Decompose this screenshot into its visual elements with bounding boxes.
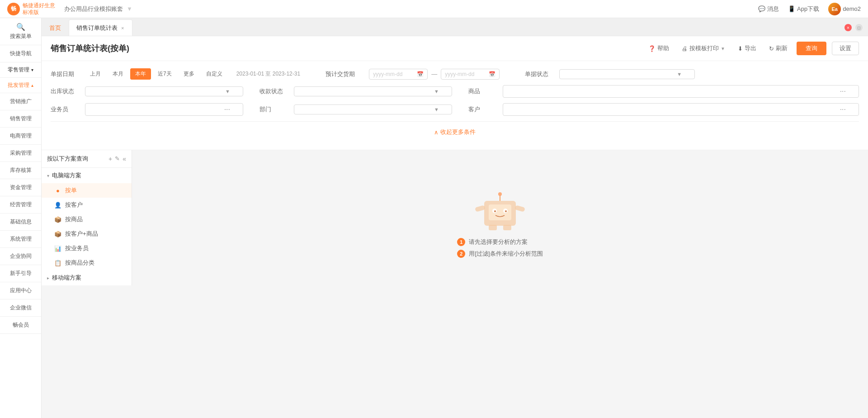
scheme-sidebar: 按以下方案查询 + ✎ « ▾ 电脑端方案 xyxy=(42,150,132,285)
delivery-status-select[interactable]: ▼ xyxy=(85,86,243,96)
empty-robot-svg xyxy=(473,178,527,233)
message-action[interactable]: 💬 消息 xyxy=(758,5,779,13)
print-dropdown-icon: ▼ xyxy=(721,46,725,51)
edit-scheme-icon[interactable]: ✎ xyxy=(115,155,120,162)
help-button[interactable]: ❓ 帮助 xyxy=(645,43,673,54)
tab-sales-order[interactable]: 销售订单统计表 × xyxy=(69,19,132,36)
print-icon: 🖨 xyxy=(682,45,688,52)
combined-panel: 销售订单统计表(按单) ❓ 帮助 🖨 按模板打印 ▼ ⬇ xyxy=(42,36,868,285)
avatar: Ea xyxy=(828,3,841,15)
by-cust-goods-icon: 📦 xyxy=(54,230,61,238)
salesperson-select[interactable]: ··· xyxy=(85,103,243,116)
goods-select[interactable]: ··· xyxy=(503,85,859,98)
page-content: 销售订单统计表(按单) ❓ 帮助 🖨 按模板打印 ▼ ⬇ xyxy=(42,36,868,418)
sidebar-item-search[interactable]: 🔍 搜索菜单 xyxy=(0,18,41,45)
tab-close-icon[interactable]: × xyxy=(120,24,125,32)
dept-arrow-icon: ▼ xyxy=(434,107,439,112)
order-status-label: 单据状态 xyxy=(525,70,552,78)
data-area: 1 请先选择要分析的方案 2 用[过滤]条件来缩小分析范围 xyxy=(132,150,868,285)
by-category-icon: 📋 xyxy=(54,259,61,266)
scheme-item-by-order[interactable]: ● 按单 xyxy=(42,183,132,198)
collapse-button[interactable]: ∧ 收起更多条件 xyxy=(51,124,859,140)
sidebar-item-weixin[interactable]: 企业微信 xyxy=(0,299,41,317)
scheme-item-by-goods[interactable]: 📦 按商品 xyxy=(42,212,132,227)
delivery-date-start-input[interactable]: yyyy-mm-dd 📅 xyxy=(369,69,428,80)
collapse-scheme-icon[interactable]: « xyxy=(123,155,126,162)
window-max-button[interactable]: □ xyxy=(855,24,863,31)
scheme-item-by-customer[interactable]: 👤 按客户 xyxy=(42,198,132,212)
delivery-date-end-input[interactable]: yyyy-mm-dd 📅 xyxy=(441,69,500,80)
filter-row-2: 出库状态 ▼ 收款状态 ▼ 商品 ··· xyxy=(51,85,859,98)
date-tab-7days[interactable]: 近7天 xyxy=(153,68,177,80)
export-button[interactable]: ⬇ 导出 xyxy=(734,43,760,54)
logo-icon: 畅 xyxy=(7,3,20,15)
search-icon: 🔍 xyxy=(16,23,25,31)
sidebar-item-appcenter[interactable]: 应用中心 xyxy=(0,282,41,299)
sidebar-item-purchase[interactable]: 采购管理 xyxy=(0,145,41,162)
order-status-arrow-icon: ▼ xyxy=(677,71,682,77)
order-status-select[interactable]: ▼ xyxy=(559,69,695,79)
page-actions: ❓ 帮助 🖨 按模板打印 ▼ ⬇ 导出 ↻ xyxy=(645,42,859,55)
date-tab-this-month[interactable]: 本月 xyxy=(108,68,128,80)
tab-bar: 首页 销售订单统计表 × × □ xyxy=(42,18,868,36)
date-tab-last-month[interactable]: 上月 xyxy=(85,68,106,80)
by-goods-icon: 📦 xyxy=(54,216,61,223)
by-customer-icon: 👤 xyxy=(54,201,61,209)
svg-point-7 xyxy=(498,192,502,196)
scheme-item-by-category[interactable]: 📋 按商品分类 xyxy=(42,256,132,270)
filter-row-3: 业务员 ··· 部门 ▼ 客户 ··· xyxy=(51,103,859,116)
scheme-group-desktop-header[interactable]: ▾ 电脑端方案 xyxy=(42,168,132,183)
chevron-right-mobile-icon: ▸ xyxy=(47,276,49,280)
query-button[interactable]: 查询 xyxy=(797,42,826,55)
breadcrumb-title: 办公用品行业模拟账套 xyxy=(64,5,123,13)
department-select[interactable]: ▼ xyxy=(294,104,452,114)
window-close-button[interactable]: × xyxy=(844,24,852,31)
scheme-item-by-customer-goods[interactable]: 📦 按客户+商品 xyxy=(42,227,132,241)
date-tab-more[interactable]: 更多 xyxy=(179,68,199,80)
logo-tagline: 标准版 xyxy=(23,9,55,15)
sidebar-item-enterprise[interactable]: 企业协同 xyxy=(0,248,41,265)
user-action[interactable]: Ea demo2 xyxy=(828,3,861,15)
customer-dots[interactable]: ··· xyxy=(840,105,846,114)
sidebar-item-marketing[interactable]: 营销推广 xyxy=(0,93,41,110)
department-label: 部门 xyxy=(259,105,287,114)
sidebar-item-newbie[interactable]: 新手引导 xyxy=(0,265,41,282)
sidebar-item-finance[interactable]: 资金管理 xyxy=(0,179,41,196)
empty-hints: 1 请先选择要分析的方案 2 用[过滤]条件来缩小分析范围 xyxy=(457,238,542,258)
tab-home[interactable]: 首页 xyxy=(42,19,69,36)
page-title: 销售订单统计表(按单) xyxy=(51,43,129,54)
sidebar-item-member[interactable]: 畅会员 xyxy=(0,317,41,334)
chevron-down-icon: ▴ xyxy=(31,83,33,88)
sidebar-item-wholesale[interactable]: 批发管理 ▴ xyxy=(0,78,41,93)
sidebar-item-inventory[interactable]: 库存核算 xyxy=(0,162,41,179)
settings-button[interactable]: 设置 xyxy=(832,42,859,55)
download-action[interactable]: 📱 App下载 xyxy=(788,5,819,13)
customer-select[interactable]: ··· xyxy=(503,103,859,116)
delivery-status-arrow-icon: ▼ xyxy=(225,89,230,94)
add-scheme-icon[interactable]: + xyxy=(108,155,112,162)
goods-dots[interactable]: ··· xyxy=(840,87,846,95)
sidebar-item-basics[interactable]: 基础信息 xyxy=(0,214,41,231)
logo-text: 畅捷通好生意 xyxy=(23,2,55,9)
sidebar-item-quicknav[interactable]: 快捷导航 xyxy=(0,45,41,62)
export-icon: ⬇ xyxy=(738,45,743,52)
sidebar-item-system[interactable]: 系统管理 xyxy=(0,231,41,248)
filter-area: 单据日期 上月 本月 本年 近7天 更多 自定义 2023-01-01 至 20… xyxy=(42,61,868,150)
receipt-status-select[interactable]: ▼ xyxy=(294,86,452,96)
scheme-sidebar-header: 按以下方案查询 + ✎ « xyxy=(42,150,132,168)
sidebar-item-operations[interactable]: 经营管理 xyxy=(0,196,41,214)
salesperson-dots[interactable]: ··· xyxy=(224,105,230,114)
scheme-item-by-salesperson[interactable]: 📊 按业务员 xyxy=(42,241,132,256)
template-print-button[interactable]: 🖨 按模板打印 ▼ xyxy=(678,43,729,54)
top-header: 畅 畅捷通好生意 标准版 办公用品行业模拟账套 ▼ 💬 消息 📱 App下载 E… xyxy=(0,0,868,18)
date-tab-this-year[interactable]: 本年 xyxy=(130,68,151,80)
scheme-group-mobile-header[interactable]: ▸ 移动端方案 xyxy=(42,270,132,285)
calendar-end-icon: 📅 xyxy=(489,71,495,77)
date-input-group: yyyy-mm-dd 📅 — yyyy-mm-dd 📅 xyxy=(369,69,500,80)
sidebar-item-sales[interactable]: 销售管理 xyxy=(0,110,41,128)
sidebar-item-ecommerce[interactable]: 电商管理 xyxy=(0,128,41,145)
date-tab-custom[interactable]: 自定义 xyxy=(201,68,227,80)
refresh-button[interactable]: ↻ 刷新 xyxy=(765,43,791,54)
sidebar-item-retail[interactable]: 零售管理 ▾ xyxy=(0,62,41,78)
empty-hint-1: 1 请先选择要分析的方案 xyxy=(457,238,542,246)
